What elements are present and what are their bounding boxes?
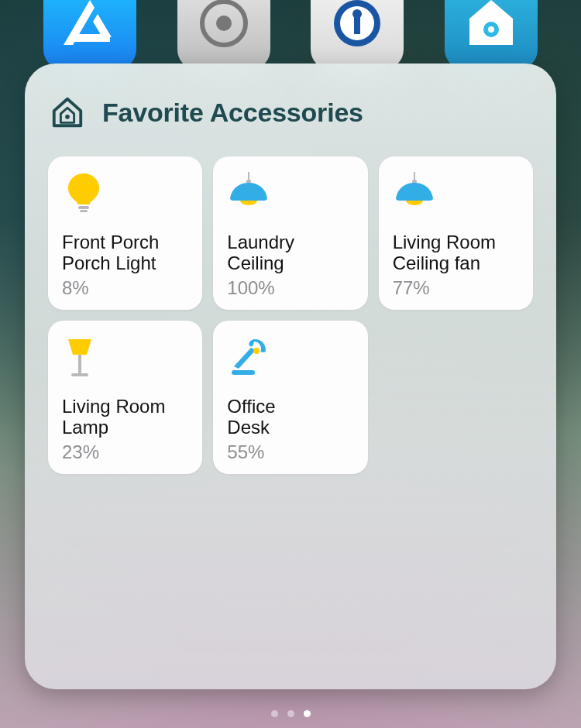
accessory-room: Laundry xyxy=(227,232,355,253)
accessory-name: Porch Light xyxy=(62,253,190,274)
page-dot[interactable] xyxy=(271,710,278,717)
widget-header: Favorite Accessories xyxy=(50,94,533,130)
app-icon-home xyxy=(445,0,538,70)
background-app-icons xyxy=(0,0,581,70)
page-indicator[interactable] xyxy=(0,710,581,717)
accessory-value: 23% xyxy=(62,441,190,463)
accessory-value: 100% xyxy=(227,277,355,299)
page-dot-active[interactable] xyxy=(304,710,311,717)
accessory-tile-laundry-ceiling[interactable]: Laundry Ceiling 100% xyxy=(213,156,367,310)
accessory-tile-front-porch-light[interactable]: Front Porch Porch Light 8% xyxy=(48,156,202,310)
desk-lamp-icon xyxy=(227,335,355,379)
accessory-name: Desk xyxy=(227,417,355,438)
app-icon-settings xyxy=(177,0,270,70)
accessory-tiles: Front Porch Porch Light 8% Laundry Ceili… xyxy=(48,156,533,474)
accessory-room: Living Room xyxy=(62,397,190,417)
home-icon xyxy=(50,94,85,130)
accessory-value: 77% xyxy=(393,277,521,299)
accessory-room: Front Porch xyxy=(62,232,190,253)
widget-title: Favorite Accessories xyxy=(102,98,363,128)
accessory-name: Ceiling fan xyxy=(393,253,521,274)
app-icon-appstore xyxy=(43,0,136,70)
accessory-value: 8% xyxy=(62,277,190,299)
accessory-value: 55% xyxy=(227,441,355,463)
bulb-icon xyxy=(62,170,190,215)
page-dot[interactable] xyxy=(287,710,294,717)
ceiling-light-icon xyxy=(393,170,521,215)
floor-lamp-icon xyxy=(62,335,190,379)
ceiling-light-icon xyxy=(227,170,355,215)
accessory-room: Office xyxy=(227,397,355,417)
accessory-tile-living-room-lamp[interactable]: Living Room Lamp 23% xyxy=(48,321,202,474)
accessory-name: Lamp xyxy=(62,417,190,438)
accessory-tile-living-room-ceiling-fan[interactable]: Living Room Ceiling fan 77% xyxy=(379,156,533,310)
accessory-name: Ceiling xyxy=(227,253,355,274)
accessory-tile-office-desk[interactable]: Office Desk 55% xyxy=(213,321,367,474)
favorite-accessories-widget: Favorite Accessories Front Porch Porch L… xyxy=(25,64,556,689)
accessory-room: Living Room xyxy=(393,232,521,253)
app-icon-1password xyxy=(311,0,404,70)
